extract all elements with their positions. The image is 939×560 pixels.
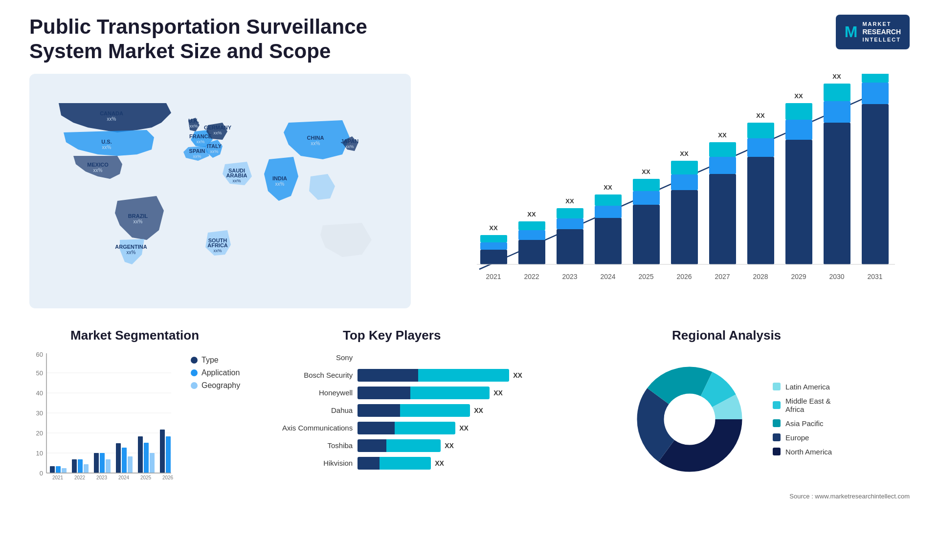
svg-text:10: 10	[36, 450, 43, 457]
svg-text:xx%: xx%	[127, 250, 136, 255]
svg-text:FRANCE: FRANCE	[189, 133, 212, 139]
svg-text:xx%: xx%	[213, 130, 222, 135]
svg-rect-47	[557, 208, 583, 218]
svg-text:2027: 2027	[715, 273, 730, 280]
dot-north-america	[773, 448, 781, 455]
svg-rect-51	[595, 206, 622, 218]
val-hikvision: XX	[435, 459, 444, 467]
svg-text:2028: 2028	[753, 273, 768, 280]
player-honeywell: Honeywell XX	[255, 386, 529, 400]
val-bosch: XX	[513, 371, 522, 379]
player-axis: Axis Communications XX	[255, 421, 529, 435]
logo-m-letter: M	[845, 22, 858, 43]
svg-rect-81	[824, 101, 850, 123]
svg-rect-72	[747, 123, 774, 138]
svg-text:XX: XX	[832, 74, 841, 80]
bar-bosch-fill	[358, 369, 509, 382]
bottom-section: Market Segmentation 0 10 20 30 40 50 60	[29, 328, 910, 543]
svg-rect-86	[862, 83, 889, 104]
svg-rect-35	[480, 250, 507, 264]
svg-point-134	[664, 394, 715, 445]
svg-rect-41	[518, 230, 545, 240]
svg-text:AFRICA: AFRICA	[207, 242, 228, 248]
svg-rect-70	[747, 157, 774, 264]
svg-rect-46	[557, 218, 583, 229]
bar-honeywell-fill	[358, 387, 490, 399]
svg-text:40: 40	[36, 389, 43, 397]
svg-text:20: 20	[36, 430, 43, 437]
svg-rect-80	[824, 123, 850, 264]
svg-text:2025: 2025	[638, 273, 653, 280]
svg-rect-125	[166, 436, 171, 473]
dot-latin-america	[773, 383, 781, 390]
regional-legend: Latin America Middle East &Africa Asia P…	[773, 383, 832, 456]
svg-rect-67	[709, 142, 736, 157]
segmentation-title: Market Segmentation	[29, 328, 240, 343]
svg-rect-65	[709, 174, 736, 264]
svg-rect-82	[824, 84, 850, 101]
svg-text:U.S.: U.S.	[101, 139, 112, 145]
page-title: Public Transportation Surveillance Syste…	[29, 15, 372, 64]
svg-rect-36	[480, 242, 507, 250]
svg-rect-118	[128, 456, 133, 473]
svg-rect-42	[518, 221, 545, 230]
player-hikvision: Hikvision XX	[255, 456, 529, 470]
svg-rect-108	[72, 459, 77, 473]
player-name-bosch: Bosch Security	[255, 371, 353, 379]
svg-text:XX: XX	[489, 224, 498, 232]
svg-text:xx%: xx%	[107, 116, 116, 122]
svg-text:xx%: xx%	[189, 124, 198, 129]
svg-text:JAPAN: JAPAN	[341, 138, 359, 144]
svg-text:xx%: xx%	[311, 141, 320, 146]
svg-text:BRAZIL: BRAZIL	[128, 213, 148, 219]
svg-rect-120	[138, 436, 143, 473]
logo-area: M MARKET RESEARCH INTELLECT	[836, 15, 910, 49]
world-map-svg: CANADA xx% U.S. xx% MEXICO xx% BRAZIL xx…	[29, 74, 411, 308]
svg-text:XX: XX	[604, 184, 612, 191]
bar-chart-container: XX 2021 XX 2022 XX 2023 XX 2024	[430, 74, 910, 308]
regional-analysis: Regional Analysis	[543, 328, 910, 543]
svg-rect-50	[595, 218, 622, 264]
svg-text:xx%: xx%	[232, 178, 241, 183]
player-dahua: Dahua XX	[255, 404, 529, 417]
val-toshiba: XX	[445, 442, 454, 450]
svg-text:2026: 2026	[162, 475, 174, 480]
svg-text:2021: 2021	[52, 475, 64, 480]
svg-rect-40	[518, 240, 545, 264]
svg-rect-66	[709, 157, 736, 174]
svg-rect-60	[671, 190, 698, 264]
svg-text:XX: XX	[756, 112, 765, 119]
svg-rect-37	[480, 235, 507, 242]
player-name-dahua: Dahua	[255, 406, 353, 414]
svg-text:2024: 2024	[600, 273, 615, 280]
svg-rect-45	[557, 229, 583, 264]
svg-rect-71	[747, 138, 774, 157]
app-dot	[191, 369, 198, 376]
svg-rect-104	[50, 466, 55, 473]
legend-application: Application	[191, 368, 240, 377]
legend-latin-america: Latin America	[773, 383, 832, 391]
svg-rect-56	[633, 191, 660, 205]
svg-text:MEXICO: MEXICO	[87, 162, 109, 168]
legend-type: Type	[191, 356, 240, 365]
legend-middle-east: Middle East &Africa	[773, 397, 832, 413]
svg-rect-114	[106, 459, 111, 473]
svg-rect-105	[56, 466, 61, 473]
svg-rect-122	[150, 453, 155, 473]
svg-text:2026: 2026	[676, 273, 692, 280]
legend-europe: Europe	[773, 433, 832, 442]
svg-text:CANADA: CANADA	[100, 110, 123, 116]
svg-text:XX: XX	[527, 211, 536, 218]
svg-text:SPAIN: SPAIN	[189, 148, 205, 154]
player-name-axis: Axis Communications	[255, 424, 353, 432]
val-honeywell: XX	[493, 389, 503, 397]
page-container: Public Transportation Surveillance Syste…	[0, 0, 939, 560]
legend-north-america: North America	[773, 448, 832, 456]
key-players-title: Top Key Players	[255, 328, 529, 343]
svg-text:ARABIA: ARABIA	[226, 172, 247, 178]
svg-text:60: 60	[36, 351, 43, 358]
bar-toshiba: XX	[358, 439, 529, 452]
svg-text:XX: XX	[718, 131, 727, 139]
bar-hikvision-fill	[358, 457, 431, 470]
svg-rect-62	[671, 161, 698, 174]
